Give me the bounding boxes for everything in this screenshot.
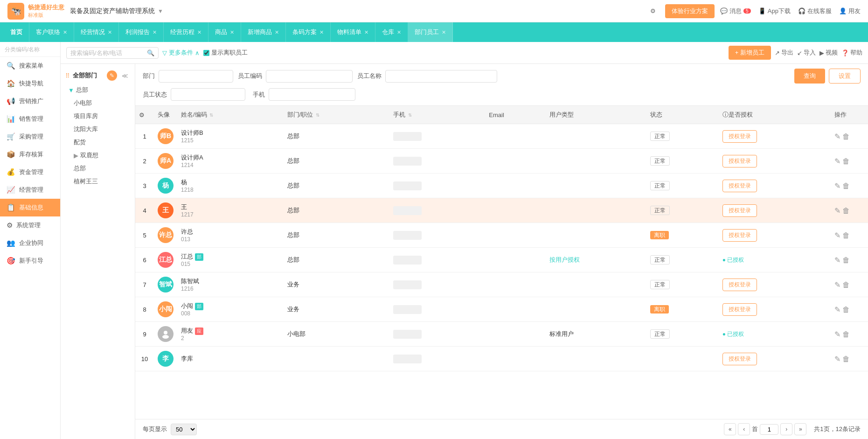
edit-button[interactable]: ✎ — [834, 207, 840, 215]
close-icon[interactable]: ✕ — [153, 29, 157, 35]
trial-button[interactable]: 体验行业方案 — [665, 4, 715, 18]
delete-button[interactable]: 🗑 — [842, 306, 850, 314]
page-number-input[interactable] — [760, 424, 778, 435]
edit-button[interactable]: ✎ — [834, 256, 840, 264]
prev-page-button[interactable]: ‹ — [738, 423, 750, 435]
delete-button[interactable]: 🗑 — [842, 207, 850, 215]
tab-profit[interactable]: 利润报告 ✕ — [119, 22, 164, 42]
sidebar-item-marketing[interactable]: 📢 营销推广 — [0, 92, 60, 110]
delete-button[interactable]: 🗑 — [842, 182, 850, 190]
tab-process[interactable]: 经营历程 ✕ — [164, 22, 208, 42]
tree-collapse-button[interactable]: ≪ — [120, 70, 130, 81]
add-employee-button[interactable]: + 新增员工 — [729, 46, 771, 60]
emp-name-input[interactable] — [385, 70, 497, 83]
auth-button[interactable]: 授权登录 — [722, 155, 757, 167]
last-page-button[interactable]: » — [794, 423, 806, 435]
next-page-button[interactable]: › — [780, 423, 792, 435]
delete-button[interactable]: 🗑 — [842, 231, 850, 239]
tree-node-headquarters[interactable]: ▼ 总部 — [61, 84, 135, 97]
tree-add-button[interactable]: ✎ — [107, 70, 117, 81]
show-resigned-input[interactable] — [203, 50, 209, 56]
close-icon[interactable]: ✕ — [319, 29, 324, 35]
help-button[interactable]: ❓ 帮助 — [841, 49, 862, 57]
phone-input[interactable] — [269, 88, 355, 101]
query-button[interactable]: 查询 — [794, 69, 825, 84]
sidebar-item-sales[interactable]: 📊 销售管理 — [0, 110, 60, 128]
close-icon[interactable]: ✕ — [364, 29, 368, 35]
col-dept[interactable]: 部门/职位 ⇅ — [284, 106, 390, 124]
tree-node-small-elec[interactable]: 小电部 — [61, 97, 135, 110]
sidebar-item-basic[interactable]: 📋 基础信息 — [0, 199, 60, 216]
delete-button[interactable]: 🗑 — [842, 355, 850, 363]
auth-button[interactable]: 授权登录 — [722, 279, 757, 291]
edit-button[interactable]: ✎ — [834, 157, 840, 165]
auth-button[interactable]: 授权登录 — [722, 303, 757, 316]
delete-button[interactable]: 🗑 — [842, 330, 850, 338]
close-icon[interactable]: ✕ — [275, 29, 279, 35]
delete-button[interactable]: 🗑 — [842, 256, 850, 264]
export-button[interactable]: ↗ 导出 — [775, 49, 793, 57]
first-page-button[interactable]: « — [724, 423, 736, 435]
emp-status-select[interactable] — [171, 88, 245, 101]
import-button[interactable]: ↙ 导入 — [797, 49, 816, 57]
user-menu[interactable]: 👤 用友 — [839, 7, 861, 15]
sidebar-item-guide[interactable]: 🎯 新手引导 — [0, 252, 60, 270]
tab-customer[interactable]: 客户联络 ✕ — [29, 22, 74, 42]
view-button[interactable]: ▶ 视频 — [819, 49, 838, 57]
tree-node-shenyang[interactable]: 沈阳大库 — [61, 123, 135, 136]
tab-home[interactable]: 首页 — [4, 22, 29, 42]
gear-button[interactable]: ⚙ — [646, 5, 660, 18]
tab-warehouse[interactable]: 仓库 ✕ — [375, 22, 408, 42]
delete-button[interactable]: 🗑 — [842, 281, 850, 289]
close-icon[interactable]: ✕ — [108, 29, 112, 35]
edit-button[interactable]: ✎ — [834, 182, 840, 190]
tab-goods[interactable]: 商品 ✕ — [208, 22, 241, 42]
edit-button[interactable]: ✎ — [834, 306, 840, 314]
close-icon[interactable]: ✕ — [230, 29, 234, 35]
sidebar-item-finance[interactable]: 💰 资金管理 — [0, 163, 60, 181]
sidebar-search-input[interactable] — [5, 46, 61, 53]
close-icon[interactable]: ✕ — [197, 29, 201, 35]
sidebar-item-purchase[interactable]: 🛒 采购管理 — [0, 128, 60, 146]
sidebar-item-nav[interactable]: 🏠 快捷导航 — [0, 75, 60, 92]
tab-new-goods[interactable]: 新增商品 ✕ — [241, 22, 286, 42]
online-service-button[interactable]: 🎧 在线客服 — [798, 7, 832, 15]
sidebar-item-management[interactable]: 📈 经营管理 — [0, 181, 60, 199]
set-button[interactable]: 设置 — [829, 69, 861, 84]
col-phone[interactable]: 手机 ⇅ — [389, 106, 485, 124]
dropdown-arrow-icon[interactable]: ▼ — [158, 8, 163, 14]
more-filter-button[interactable]: ▽ 更多条件 ∧ — [162, 49, 200, 57]
emp-code-input[interactable] — [266, 70, 353, 83]
auth-button[interactable]: 授权登录 — [722, 229, 757, 242]
edit-button[interactable]: ✎ — [834, 281, 840, 289]
edit-button[interactable]: ✎ — [834, 132, 840, 140]
auth-button[interactable]: 授权登录 — [722, 180, 757, 192]
dept-select[interactable] — [159, 70, 233, 83]
tab-barcode[interactable]: 条码方案 ✕ — [286, 22, 331, 42]
sidebar-item-collab[interactable]: 👥 企业协同 — [0, 234, 60, 252]
close-icon[interactable]: ✕ — [63, 29, 67, 35]
tab-bom[interactable]: 物料清单 ✕ — [331, 22, 375, 42]
app-download-button[interactable]: 📱 App下载 — [758, 7, 791, 15]
tree-node-shuanglu[interactable]: ▶ 双鹿想 — [61, 149, 135, 162]
edit-button[interactable]: ✎ — [834, 330, 840, 338]
tree-node-project-room[interactable]: 项目库房 — [61, 110, 135, 123]
sidebar-item-system[interactable]: ⚙ 系统管理 — [0, 216, 60, 234]
sidebar-item-search[interactable]: 🔍 搜索菜单 — [0, 57, 60, 75]
edit-button[interactable]: ✎ — [834, 355, 840, 363]
delete-button[interactable]: 🗑 — [842, 132, 850, 140]
tab-business[interactable]: 经营情况 ✕ — [74, 22, 119, 42]
close-icon[interactable]: ✕ — [442, 29, 446, 35]
tree-node-zhishu[interactable]: 植树王三 — [61, 175, 135, 188]
show-resigned-checkbox[interactable]: 显示离职员工 — [203, 49, 248, 57]
tab-employees[interactable]: 部门员工 ✕ — [408, 22, 453, 42]
auth-button[interactable]: 授权登录 — [722, 353, 757, 365]
edit-button[interactable]: ✎ — [834, 231, 840, 239]
search-input[interactable] — [70, 49, 145, 56]
sidebar-item-inventory[interactable]: 📦 库存核算 — [0, 146, 60, 163]
delete-button[interactable]: 🗑 — [842, 157, 850, 165]
message-button[interactable]: 💬 消息 5 — [720, 7, 751, 15]
auth-button[interactable]: 授权登录 — [722, 130, 757, 143]
tree-node-peihu[interactable]: 配货 — [61, 136, 135, 149]
auth-button[interactable]: 授权登录 — [722, 204, 757, 217]
